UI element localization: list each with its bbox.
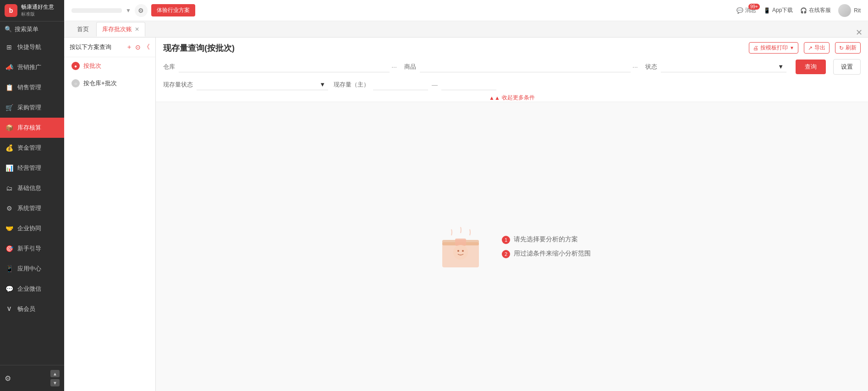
sidebar-item-purchase[interactable]: 🛒 采购管理 (0, 98, 64, 118)
query-title-actions: 🖨 按模板打印 ▼ ↗ 导出 ↻ 刷新 (749, 42, 861, 54)
settings-btn[interactable]: 设置 (833, 59, 861, 75)
empty-tips: 1 请先选择要分析的方案 2 用过滤条件来缩小分析范围 (502, 235, 591, 258)
topbar-left: ▼ ⚙ 体验行业方案 (71, 4, 732, 17)
online-service-group[interactable]: 🎧 在线客服 (800, 6, 831, 14)
inventory-qty-to[interactable] (441, 79, 496, 90)
product-field: 商品 ··· (404, 61, 640, 72)
tip-text-2: 用过滤条件来缩小分析范围 (514, 250, 591, 258)
sidebar-item-label: 资金管理 (17, 144, 41, 152)
sidebar-item-label: 企业协同 (17, 224, 41, 233)
sidebar-item-label: 企业微信 (17, 285, 41, 293)
filter-settings-icon[interactable]: ⊙ (135, 43, 141, 51)
status-dropdown-arrow: ▼ (778, 63, 784, 70)
topbar-gear-button[interactable]: ⚙ (135, 4, 148, 17)
svg-point-3 (453, 245, 468, 260)
warehouse-input[interactable] (179, 61, 390, 72)
collapse-btn[interactable]: ▲▲ 收起更多条件 (163, 94, 861, 102)
filter-item-batch-label: 按批次 (83, 62, 101, 70)
newuser-icon: 🎯 (5, 244, 14, 253)
empty-state-icon (433, 219, 488, 274)
product-more-icon[interactable]: ··· (631, 63, 640, 71)
tab-home[interactable]: 首页 (71, 22, 94, 36)
warehouse-more-icon[interactable]: ··· (390, 63, 399, 71)
search-menu-label: 搜索菜单 (15, 25, 38, 33)
inventory-status-select[interactable]: ▼ (197, 79, 328, 90)
refresh-btn[interactable]: ↻ 刷新 (835, 42, 861, 54)
sidebar-scroll-up[interactable]: ▲ (50, 370, 60, 377)
tabbar: 首页 库存批次账 ✕ ✕ (64, 21, 868, 38)
sidebar-item-marketing[interactable]: 📣 营销推广 (0, 57, 64, 77)
sidebar-item-member[interactable]: V 畅会员 (0, 299, 64, 319)
page-title-text: 现存量查询(按批次) (163, 43, 235, 54)
sidebar-nav: ⊞ 快捷导航 📣 营销推广 📋 销售管理 🛒 采购管理 📦 库存核算 💰 资金管… (0, 37, 64, 365)
topbar: ▼ ⚙ 体验行业方案 💬 消息 99+ 📱 App下载 🎧 在线客服 Rit (64, 0, 868, 21)
status-field: 状态 ▼ (645, 61, 786, 72)
main-area: ▼ ⚙ 体验行业方案 💬 消息 99+ 📱 App下载 🎧 在线客服 Rit (64, 0, 868, 391)
sidebar-item-sales[interactable]: 📋 销售管理 (0, 77, 64, 98)
sidebar-item-collab[interactable]: 🤝 企业协同 (0, 218, 64, 239)
global-close-btn[interactable]: ✕ (850, 27, 868, 38)
filter-item-warehouse-batch[interactable]: ○ 按仓库+批次 (64, 75, 155, 92)
sidebar-item-shortcut[interactable]: ⊞ 快捷导航 (0, 37, 64, 57)
sidebar-scroll-down[interactable]: ▼ (50, 379, 60, 386)
tab-close-icon[interactable]: ✕ (135, 27, 139, 32)
print-dropdown-arrow[interactable]: ▼ (790, 45, 794, 50)
app-download-group[interactable]: 📱 App下载 (764, 6, 793, 14)
sidebar-item-label: 经营管理 (17, 164, 41, 172)
user-area[interactable]: Rit (838, 4, 861, 17)
topbar-dropdown-arrow[interactable]: ▼ (126, 7, 131, 14)
inventory-status-dropdown-arrow: ▼ (319, 81, 325, 88)
sidebar-item-label: 快捷导航 (17, 43, 41, 51)
warehouse-field: 仓库 ··· (163, 61, 399, 72)
sidebar-item-basics[interactable]: 🗂 基础信息 (0, 178, 64, 198)
empty-tip-2: 2 用过滤条件来缩小分析范围 (502, 250, 591, 258)
phone-icon: 📱 (764, 7, 770, 14)
search-menu[interactable]: 🔍 搜索菜单 (0, 22, 64, 37)
sidebar-item-finance[interactable]: 💰 资金管理 (0, 138, 64, 158)
sidebar-item-appcenter[interactable]: 📱 应用中心 (0, 259, 64, 279)
right-panel: 现存量查询(按批次) 🖨 按模板打印 ▼ ↗ 导出 ↻ (156, 38, 868, 391)
sidebar-item-operations[interactable]: 📊 经营管理 (0, 158, 64, 178)
filter-item-batch[interactable]: ● 按批次 (64, 57, 155, 75)
topbar-search-box (71, 8, 122, 13)
warehouse-label: 仓库 (163, 63, 175, 71)
filter-add-icon[interactable]: ＋ (126, 43, 132, 51)
inventory-status-field: 现存量状态 ▼ (163, 79, 328, 90)
refresh-btn-label: 刷新 (846, 44, 857, 52)
sidebar-item-label: 销售管理 (17, 83, 41, 92)
inventory-icon: 📦 (5, 123, 14, 132)
headset-icon: 🎧 (800, 7, 807, 14)
sidebar-item-system[interactable]: ⚙ 系统管理 (0, 198, 64, 218)
user-name: Rit (854, 7, 861, 14)
print-btn[interactable]: 🖨 按模板打印 ▼ (749, 42, 798, 54)
edition-label: 标准版 (21, 11, 54, 17)
status-label: 状态 (645, 63, 657, 71)
tab-inventory-batch[interactable]: 库存批次账 ✕ (96, 22, 145, 37)
search-icon: 🔍 (5, 26, 12, 33)
company-name: 畅康通好生意 (21, 4, 54, 11)
shortcut-icon: ⊞ (5, 43, 14, 52)
sidebar-item-inventory[interactable]: 📦 库存核算 (0, 118, 64, 138)
sidebar-item-newuser[interactable]: 🎯 新手引导 (0, 239, 64, 259)
member-icon: V (5, 304, 14, 314)
status-select[interactable]: ▼ (661, 61, 786, 72)
sidebar-item-label: 新手引导 (17, 244, 41, 253)
collapse-up-icon: ▲▲ (489, 95, 500, 101)
product-input[interactable] (420, 61, 631, 72)
inventory-qty-label: 现存量（主） (334, 81, 369, 89)
topbar-right: 💬 消息 99+ 📱 App下载 🎧 在线客服 Rit (736, 4, 861, 17)
query-btn[interactable]: 查询 (796, 60, 826, 74)
inventory-qty-from[interactable] (373, 79, 428, 90)
online-service-label: 在线客服 (809, 6, 831, 14)
system-icon: ⚙ (5, 204, 14, 213)
purchase-icon: 🛒 (5, 103, 14, 112)
footer-settings-icon[interactable]: ⚙ (5, 374, 11, 383)
sidebar-item-wechat[interactable]: 💬 企业微信 (0, 279, 64, 299)
filter-collapse-icon[interactable]: 《 (143, 43, 150, 51)
sidebar-header: b 畅康通好生意 标准版 (0, 0, 64, 22)
inventory-qty-dash: — (428, 81, 441, 88)
experience-btn[interactable]: 体验行业方案 (151, 4, 195, 16)
export-btn[interactable]: ↗ 导出 (804, 42, 830, 54)
message-icon-group[interactable]: 💬 消息 99+ (736, 6, 756, 14)
wechat-icon: 💬 (5, 284, 14, 293)
